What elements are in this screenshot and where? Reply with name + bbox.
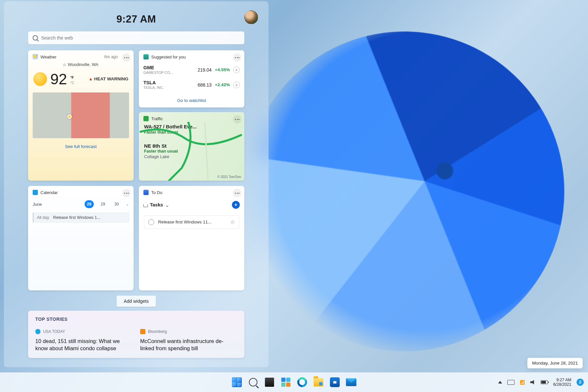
- event-time: All day: [37, 215, 49, 220]
- stock-name: TESLA, INC.: [143, 86, 194, 90]
- volume-button[interactable]: [529, 379, 536, 386]
- todo-section-label[interactable]: Tasks: [150, 202, 163, 207]
- stock-price: 219.04: [198, 67, 212, 73]
- user-avatar[interactable]: [244, 10, 258, 24]
- file-explorer-button[interactable]: [312, 376, 325, 388]
- tray-time: 9:27 AM: [553, 378, 571, 382]
- traffic-condition: Faster than usual: [144, 149, 239, 154]
- date-tooltip: Monday, June 28, 2021: [527, 358, 583, 368]
- traffic-condition: Faster than usual: [144, 130, 239, 135]
- todo-more-button[interactable]: [233, 189, 241, 197]
- unit-c[interactable]: °C: [70, 81, 74, 85]
- news-source: Bloomberg: [148, 329, 167, 334]
- traffic-route: WA-527 / Bothell Eve...: [144, 124, 239, 129]
- traffic-icon: [143, 116, 149, 121]
- stocks-title: Suggested for you: [151, 55, 186, 59]
- traffic-cross-street: NE 8th St: [144, 143, 239, 149]
- store-button[interactable]: [329, 376, 341, 388]
- keyboard-icon: [507, 380, 514, 385]
- event-title: Release first Windows 1...: [53, 215, 101, 220]
- taskbar-clock[interactable]: 9:27 AM 6/28/2021: [552, 376, 572, 388]
- source-icon: [140, 329, 145, 334]
- speaker-icon: [530, 380, 535, 384]
- todo-widget[interactable]: To Do Tasks ⌄ + Release first Windows 11…: [139, 186, 244, 290]
- wifi-button[interactable]: 📶: [519, 379, 526, 386]
- unit-f[interactable]: °F: [70, 75, 74, 79]
- calendar-widget[interactable]: Calendar June 28 29 30 ⌄ All day Release…: [28, 186, 134, 290]
- stock-row[interactable]: TSLA TESLA, INC. 688.13 +2.42% +: [143, 78, 240, 93]
- news-headline: 10 dead, 151 still missing: What we know…: [35, 337, 132, 352]
- stocks-more-button[interactable]: [233, 53, 241, 62]
- stock-change: +2.42%: [215, 82, 230, 87]
- calendar-day[interactable]: 29: [98, 200, 107, 208]
- taskbar-search-button[interactable]: [247, 376, 259, 388]
- stock-change: +4.55%: [215, 67, 230, 72]
- traffic-widget[interactable]: Traffic WA-527 / Bothell Eve... Faster t…: [139, 112, 244, 181]
- stock-symbol: TSLA: [143, 80, 194, 85]
- wifi-icon: 📶: [520, 380, 525, 385]
- calendar-title: Calendar: [41, 190, 58, 195]
- notification-count: 2: [577, 379, 584, 386]
- weather-temp: 92: [50, 70, 67, 88]
- weather-more-button[interactable]: [122, 53, 131, 62]
- calendar-icon: [33, 190, 38, 195]
- tray-overflow-button[interactable]: [497, 380, 503, 385]
- stock-row[interactable]: GME GAMESTOP CO... 219.04 +4.55% +: [143, 63, 240, 78]
- add-widgets-button[interactable]: Add widgets: [117, 296, 156, 307]
- add-stock-button[interactable]: +: [233, 67, 240, 73]
- traffic-title: Traffic: [151, 116, 163, 121]
- widgets-panel: 9:27 AM Weather 6m ago ⌂ Woodinville, WA…: [4, 1, 269, 367]
- home-icon: ⌂: [63, 62, 66, 67]
- add-stock-button[interactable]: +: [233, 82, 240, 88]
- calendar-event[interactable]: All day Release first Windows 1...: [33, 213, 129, 222]
- star-icon[interactable]: ☆: [230, 219, 235, 225]
- search-input[interactable]: [28, 31, 244, 44]
- task-checkbox[interactable]: [148, 219, 154, 225]
- map-copyright: © 2021 TomTom: [217, 175, 241, 179]
- todo-icon: [143, 190, 149, 195]
- weather-icon: [33, 54, 38, 59]
- widgets-button[interactable]: [280, 376, 292, 388]
- calendar-more-button[interactable]: [122, 189, 131, 197]
- news-item[interactable]: Bloomberg McConnell wants infrastructure…: [140, 329, 237, 352]
- add-task-button[interactable]: +: [232, 201, 240, 209]
- source-icon: [35, 329, 41, 334]
- task-label: Release first Windows 11...: [158, 220, 212, 224]
- news-headline: McConnell wants infrastructure de-linked…: [140, 337, 237, 352]
- edge-button[interactable]: [296, 376, 308, 388]
- calendar-day-selected[interactable]: 28: [85, 200, 94, 208]
- taskbar: 📶 9:27 AM 6/28/2021 2: [0, 372, 588, 392]
- map-pin-icon: [67, 114, 72, 119]
- stocks-icon: [143, 54, 149, 59]
- news-section-title: TOP STORIES: [35, 317, 237, 322]
- touch-keyboard-button[interactable]: [506, 379, 515, 386]
- chevron-down-icon[interactable]: ⌄: [165, 202, 169, 208]
- task-view-button[interactable]: [263, 376, 276, 388]
- todo-item[interactable]: Release first Windows 11... ☆: [144, 215, 239, 229]
- calendar-day[interactable]: 30: [112, 200, 121, 208]
- weather-title: Weather: [41, 55, 57, 59]
- watchlist-link[interactable]: Go to watchlist: [139, 95, 244, 107]
- widgets-clock: 9:27 AM: [116, 13, 156, 25]
- stock-name: GAMESTOP CO...: [143, 71, 194, 74]
- traffic-more-button[interactable]: [233, 115, 241, 123]
- weather-updated: 6m ago: [104, 55, 118, 59]
- stock-price: 688.13: [198, 82, 212, 88]
- stocks-widget[interactable]: Suggested for you GME GAMESTOP CO... 219…: [139, 50, 244, 107]
- weather-widget[interactable]: Weather 6m ago ⌂ Woodinville, WA 92 °F °…: [28, 50, 134, 181]
- weather-location: ⌂ Woodinville, WA: [28, 62, 134, 67]
- see-forecast-link[interactable]: See full forecast: [28, 141, 134, 152]
- search-icon: [33, 35, 38, 41]
- weather-map[interactable]: [33, 92, 129, 138]
- widgets-header: 9:27 AM: [28, 8, 244, 31]
- start-button[interactable]: [231, 376, 243, 388]
- mail-button[interactable]: [345, 376, 357, 388]
- chevron-down-icon[interactable]: ⌄: [126, 202, 129, 206]
- calendar-month: June: [33, 202, 42, 207]
- battery-button[interactable]: [540, 379, 549, 385]
- home-icon: [143, 203, 148, 207]
- notifications-button[interactable]: 2: [576, 377, 585, 387]
- news-item[interactable]: USA TODAY 10 dead, 151 still missing: Wh…: [35, 329, 132, 352]
- top-stories-widget[interactable]: TOP STORIES USA TODAY 10 dead, 151 still…: [28, 311, 244, 358]
- search-field[interactable]: [41, 35, 240, 41]
